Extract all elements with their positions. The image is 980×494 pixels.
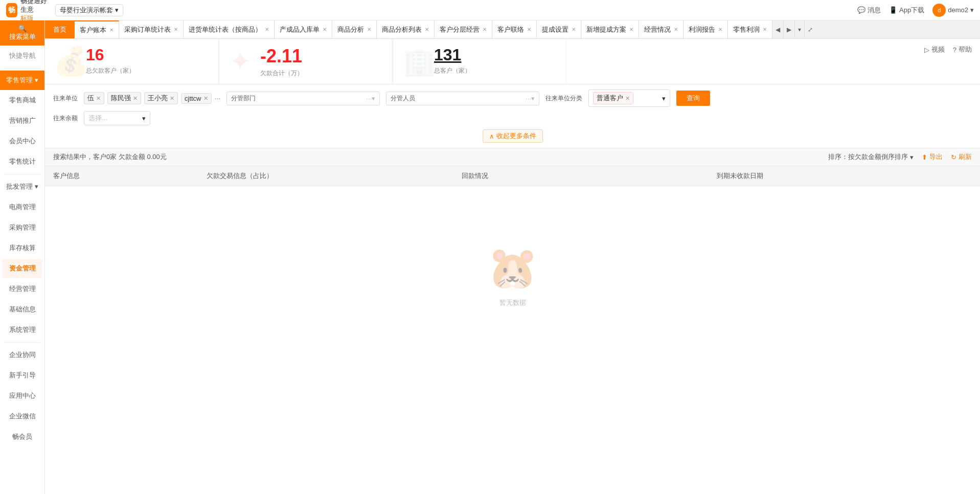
app-download-button[interactable]: 📱 App下载 <box>889 6 924 15</box>
message-button[interactable]: 💬 消息 <box>857 6 881 15</box>
sidebar-item-newbie[interactable]: 新手引导 <box>2 366 42 385</box>
tab-close-icon10[interactable]: ✕ <box>629 27 633 32</box>
sidebar-item-inventory[interactable]: 库存核算 <box>2 238 42 258</box>
sort-select[interactable]: 排序：按欠款金额倒序排序 ▾ <box>828 152 914 162</box>
tab-close-icon11[interactable]: ✕ <box>674 27 678 32</box>
sidebar-item-system[interactable]: 系统管理 <box>2 320 42 340</box>
sidebar-item-quick-nav[interactable]: 快捷导航 <box>2 46 42 65</box>
sidebar-item-enterprise-wechat[interactable]: 企业微信 <box>2 407 42 426</box>
sidebar-item-capital[interactable]: 资金管理 <box>2 259 42 278</box>
app-icon: 📱 <box>889 6 897 14</box>
category-label: 往来单位分类 <box>545 94 582 103</box>
filter-tag-chen: 陈民强 ✕ <box>107 92 141 104</box>
sidebar-item-member-center[interactable]: 会员中心 <box>2 131 42 151</box>
chevron-icon: ▾ <box>35 76 38 84</box>
export-button[interactable]: ⬆ 导出 <box>922 152 943 162</box>
store-select[interactable]: 母婴行业演示帐套 ▾ <box>55 4 123 16</box>
tab-close-icon8[interactable]: ✕ <box>527 27 531 32</box>
tab-customer-contact[interactable]: 客户联络 ✕ <box>492 20 537 38</box>
sidebar-divider <box>4 68 40 69</box>
chevron-down-icon: ▾ <box>115 6 119 14</box>
top-bar-left: 畅 畅捷通好生意 标版 母婴行业演示帐套 ▾ <box>6 0 123 23</box>
table-header: 客户信息 欠款交易信息（占比） 回款情况 到期未收款日期 <box>45 166 980 186</box>
sidebar-item-marketing[interactable]: 营销推广 <box>2 111 42 130</box>
logo-icon: 畅 <box>6 3 17 17</box>
stat-total-customers2: 131 总客户（家） <box>393 39 566 84</box>
arrears-number: -2.11 <box>260 45 302 67</box>
result-bar: 搜索结果中，客户0家 欠款金额 0.00元 排序：按欠款金额倒序排序 ▾ ⬆ 导… <box>45 148 980 166</box>
person-select[interactable]: 分管人员 ··· ▾ <box>386 92 539 105</box>
chevron-icon2: ▾ <box>35 183 38 190</box>
sidebar-item-chang-member[interactable]: 畅会员 <box>2 427 42 446</box>
sidebar-item-ecommerce[interactable]: 电商管理 <box>2 197 42 217</box>
tab-ops-overview[interactable]: 经营情况 ✕ <box>639 20 683 38</box>
remove-tag-cj[interactable]: ✕ <box>203 95 208 102</box>
refresh-icon: ↻ <box>951 153 956 161</box>
sidebar-item-retail-mall[interactable]: 零售商城 <box>2 91 42 110</box>
sidebar: 🔍 搜索菜单 快捷导航 零售管理 ▾ 零售商城 营销推广 会员中心 零售统计 批… <box>0 20 45 494</box>
tab-close-icon5[interactable]: ✕ <box>367 27 371 32</box>
tab-close-icon9[interactable]: ✕ <box>572 27 576 32</box>
balance-select[interactable]: 选择... ▾ <box>84 111 150 125</box>
tab-fullscreen-button[interactable]: ⤢ <box>805 20 816 38</box>
tab-retail-profit[interactable]: 零售利润 ✕ <box>728 20 772 38</box>
tab-add-commission[interactable]: 新增提成方案 ✕ <box>581 20 639 38</box>
filter-tag-cj: cjttcw ✕ <box>181 93 212 104</box>
filter-row-1: 往来单位 伍 ✕ 陈民强 ✕ 王小亮 ✕ cjttcw <box>53 89 972 107</box>
tab-production-inbound[interactable]: 产成品入库单 ✕ <box>275 20 332 38</box>
query-button[interactable]: 查询 <box>676 91 710 106</box>
total-customers2-number: 131 <box>434 45 461 64</box>
dept-chevron: ▾ <box>372 95 375 102</box>
tab-next-button[interactable]: ▶ <box>784 20 795 38</box>
remove-tag-wu[interactable]: ✕ <box>96 95 101 102</box>
tab-purchase-order-stats[interactable]: 采购订单统计表 ✕ <box>119 20 184 38</box>
tab-customer-ledger[interactable]: 客户账本 ✕ <box>75 20 119 38</box>
refresh-button[interactable]: ↻ 刷新 <box>951 152 972 162</box>
tab-profit-report[interactable]: 利润报告 ✕ <box>683 20 728 38</box>
user-menu[interactable]: d demo2 ▾ <box>932 4 974 17</box>
tab-customer-tier[interactable]: 客户分层经营 ✕ <box>435 20 492 38</box>
filter-area: 往来单位 伍 ✕ 陈民强 ✕ 王小亮 ✕ cjttcw <box>45 84 980 148</box>
sidebar-search[interactable]: 🔍 搜索菜单 <box>0 20 44 46</box>
remove-tag-wang[interactable]: ✕ <box>170 95 174 102</box>
filter-tags: 伍 ✕ 陈民强 ✕ 王小亮 ✕ cjttcw ✕ ··· <box>84 92 220 104</box>
tab-close-icon[interactable]: ✕ <box>109 27 113 33</box>
tab-close-icon7[interactable]: ✕ <box>483 27 487 32</box>
tab-close-icon4[interactable]: ✕ <box>323 27 327 32</box>
tab-menu-button[interactable]: ▾ <box>795 20 805 38</box>
play-icon: ▷ <box>924 46 929 54</box>
sidebar-item-operations[interactable]: 经营管理 <box>2 279 42 299</box>
tab-close-icon13[interactable]: ✕ <box>763 27 767 32</box>
tab-incoming-stats[interactable]: 进货单统计表（按商品） ✕ <box>184 20 275 38</box>
tab-close-icon6[interactable]: ✕ <box>425 27 429 32</box>
sidebar-item-purchase[interactable]: 采购管理 <box>2 218 42 237</box>
remove-category-tag[interactable]: ✕ <box>625 95 630 102</box>
message-icon: 💬 <box>857 6 865 14</box>
sidebar-item-app-center[interactable]: 应用中心 <box>2 386 42 406</box>
collapse-button[interactable]: ∧ 收起更多条件 <box>483 129 543 143</box>
tab-close-icon2[interactable]: ✕ <box>174 27 178 32</box>
more-tags-button[interactable]: ··· <box>215 94 221 102</box>
sidebar-item-basic-info[interactable]: 基础信息 <box>2 300 42 319</box>
total-customers2-label: 总客户（家） <box>434 66 471 75</box>
tab-product-analysis-list[interactable]: 商品分析列表 ✕ <box>377 20 435 38</box>
tab-prev-button[interactable]: ◀ <box>772 20 784 38</box>
sidebar-item-wholesale[interactable]: 批发管理 ▾ <box>2 177 42 196</box>
sidebar-item-retail[interactable]: 零售管理 ▾ <box>0 71 44 90</box>
video-button[interactable]: ▷ 视频 <box>924 45 945 54</box>
tab-product-analysis[interactable]: 商品分析 ✕ <box>332 20 377 38</box>
help-button[interactable]: ? 帮助 <box>953 45 972 54</box>
tab-close-icon12[interactable]: ✕ <box>718 27 722 32</box>
chevron-down-icon: ▾ <box>970 6 974 14</box>
sidebar-item-retail-stats[interactable]: 零售统计 <box>2 152 42 171</box>
category-select[interactable]: 普通客户 ✕ ▾ <box>588 89 670 107</box>
tab-close-icon3[interactable]: ✕ <box>265 27 269 32</box>
tab-commission-settings[interactable]: 提成设置 ✕ <box>537 20 581 38</box>
sidebar-item-enterprise-collab[interactable]: 企业协同 <box>2 345 42 365</box>
dept-select[interactable]: 分管部门 ··· ▾ <box>226 92 380 105</box>
remove-tag-chen[interactable]: ✕ <box>133 95 138 102</box>
top-bar: 畅 畅捷通好生意 标版 母婴行业演示帐套 ▾ 💬 消息 📱 App下载 d de… <box>0 0 980 20</box>
logo-text: 畅捷通好生意 标版 <box>20 0 51 23</box>
tab-home[interactable]: 首页 <box>45 20 75 38</box>
total-customers-number: 16 <box>86 45 104 64</box>
